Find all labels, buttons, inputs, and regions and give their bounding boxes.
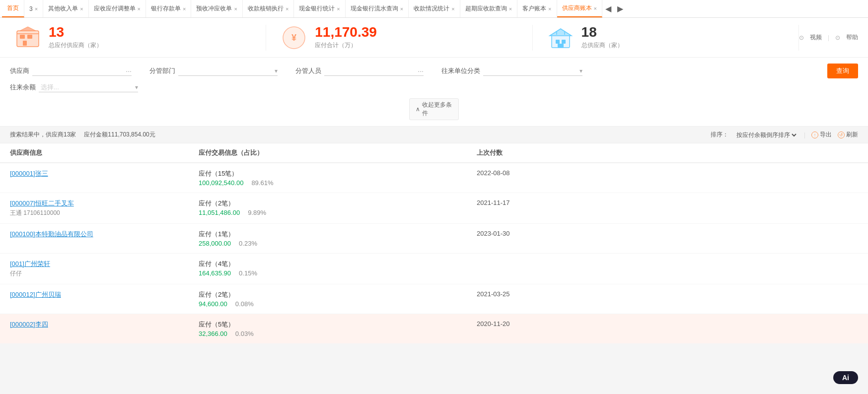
video-icon: ⊙ [799, 34, 804, 41]
svg-rect-2 [27, 35, 32, 39]
trans-amount-6[interactable]: 32,366.00 [199, 330, 227, 337]
refresh-button[interactable]: ↺ 刷新 [838, 131, 858, 139]
supplier-info-5: [000012]广州贝瑞 [10, 290, 199, 299]
results-bar: 搜索结果中，供应商13家 应付金额111,703,854.00元 排序： 按应付… [0, 127, 868, 143]
svg-marker-9 [550, 29, 572, 36]
svg-rect-12 [558, 44, 564, 48]
table-row: [000001]张三 应付（15笔） 100,092,540.00 89.61%… [0, 163, 868, 193]
close-icon[interactable]: × [400, 6, 403, 12]
close-icon[interactable]: × [138, 6, 141, 12]
nav-tab-home[interactable]: 首页 [2, 0, 24, 17]
filter-dept-input[interactable] [178, 66, 275, 75]
filter-balance-input[interactable] [39, 82, 135, 92]
filter-balance-label: 往来余额 [10, 83, 36, 92]
nav-3-label: 3 [29, 5, 33, 12]
chevron-down-icon[interactable]: ▾ [579, 67, 582, 74]
supplier-sub-4: 仔仔 [10, 269, 199, 278]
trans-percent-6: 0.03% [235, 330, 254, 337]
filter-category-input[interactable] [483, 66, 579, 75]
nav-tab-ap-adjust[interactable]: 应收应付调整单 × [89, 0, 146, 17]
nav-tab-cash-bank-stats[interactable]: 现金银行统计 × [294, 0, 345, 17]
filter-category-wrap: ▾ [483, 66, 582, 76]
nav-tab-cash-bank-flow[interactable]: 现金银行流水查询 × [346, 0, 409, 17]
filter-supplier-label: 供应商 [10, 66, 29, 75]
close-icon[interactable]: × [594, 5, 597, 11]
nav-home-label: 首页 [7, 4, 19, 12]
nav-tab-supplier[interactable]: 供应商账本 × [557, 0, 602, 17]
transaction-info-3: 应付（1笔） 258,000.00 0.23% [199, 230, 477, 247]
nav-tab-3[interactable]: 3 × [24, 0, 43, 17]
close-icon[interactable]: × [183, 6, 186, 12]
filter-group-person: 分管人员 ··· [295, 66, 424, 76]
trans-amount-4[interactable]: 164,635.90 [199, 269, 231, 277]
nav-prev-arrow[interactable]: ◀ [602, 4, 614, 13]
nav-tab-overdue[interactable]: 超期应收款查询 × [460, 0, 517, 17]
transaction-info-2: 应付（2笔） 11,051,486.00 9.89% [199, 199, 477, 216]
supplier-link-5[interactable]: [000012]广州贝瑞 [10, 291, 61, 298]
chevron-down-icon[interactable]: ▾ [135, 84, 138, 91]
supplier-link-3[interactable]: [000100]本特勤油品有限公司 [10, 230, 93, 238]
chevron-down-icon[interactable]: ▾ [275, 67, 278, 74]
stat-block-total-suppliers: 18 总供应商（家） [533, 25, 799, 51]
filter-supplier-wrap: ··· [32, 66, 132, 76]
nav-cash-bank-flow-label: 现金银行流水查询 [351, 4, 398, 13]
close-icon[interactable]: × [80, 6, 83, 12]
svg-rect-3 [23, 41, 27, 46]
nav-tab-collection-verify[interactable]: 收款核销执行 × [243, 0, 294, 17]
stat-label-ap-suppliers: 总应付供应商（家） [49, 41, 102, 50]
close-icon[interactable]: × [451, 6, 454, 12]
last-pay-5: 2021-03-25 [477, 290, 858, 298]
nav-tab-other-income[interactable]: 其他收入单 × [43, 0, 88, 17]
filter-supplier-dots[interactable]: ··· [126, 67, 132, 75]
svg-rect-10 [556, 40, 560, 44]
query-button[interactable]: 查询 [827, 64, 858, 78]
trans-amount-2[interactable]: 11,051,486.00 [199, 209, 240, 216]
supplier-link-1[interactable]: [000001]张三 [10, 170, 48, 177]
export-button[interactable]: ↑ 导出 [811, 131, 832, 139]
close-icon[interactable]: × [509, 6, 512, 12]
svg-rect-11 [562, 40, 566, 44]
refresh-icon: ↺ [838, 131, 845, 138]
nav-tab-advance[interactable]: 预收冲应收单 × [191, 0, 242, 17]
supplier-link-6[interactable]: [000002]李四 [10, 321, 48, 328]
collapse-button[interactable]: ∧ 收起更多条件 [409, 98, 459, 120]
stat-right-links: ⊙ 视频 | ⊙ 帮助 [799, 33, 868, 42]
supplier-info-6: [000002]李四 [10, 320, 199, 329]
close-icon[interactable]: × [286, 6, 289, 12]
close-icon[interactable]: × [548, 6, 551, 12]
filter-person-dots[interactable]: ··· [418, 67, 424, 75]
trans-amount-5[interactable]: 94,600.00 [199, 300, 227, 308]
nav-tab-customer[interactable]: 客户账本 × [517, 0, 557, 17]
trans-amount-3[interactable]: 258,000.00 [199, 240, 231, 247]
stat-label-ap-total: 应付合计（万） [315, 41, 377, 50]
supplier-link-2[interactable]: [000007]恒旺二手叉车 [10, 199, 74, 207]
filter-person-input[interactable] [324, 66, 418, 75]
nav-bar: 首页 3 × 其他收入单 × 应收应付调整单 × 银行存款单 × 预收冲应收单 … [0, 0, 868, 18]
trans-amount-1[interactable]: 100,092,540.00 [199, 179, 243, 187]
ap-total-icon: ¥ [281, 25, 307, 51]
last-pay-2: 2021-11-17 [477, 199, 858, 206]
col-header-supplier: 供应商信息 [10, 148, 199, 157]
col-header-lastpay: 上次付数 [477, 148, 858, 157]
filter-group-balance: 往来余额 ▾ [10, 82, 138, 92]
filter-group-category: 往来单位分类 ▾ [441, 66, 582, 76]
sort-select[interactable]: 按应付余额倒序排序 [734, 131, 798, 139]
close-icon[interactable]: × [234, 6, 237, 12]
video-link[interactable]: 视频 [810, 33, 822, 42]
filter-supplier-input[interactable] [32, 66, 126, 75]
help-link[interactable]: 帮助 [846, 33, 858, 42]
supplier-link-4[interactable]: [001]广州荣轩 [10, 260, 50, 267]
stat-label-total-suppliers: 总供应商（家） [581, 41, 623, 50]
close-icon[interactable]: × [35, 6, 38, 12]
nav-tab-collection-stats[interactable]: 收款情况统计 × [409, 0, 460, 17]
table-row: [000012]广州贝瑞 应付（2笔） 94,600.00 0.08% 2021… [0, 284, 868, 314]
nav-tab-bank-deposit[interactable]: 银行存款单 × [146, 0, 191, 17]
filter-group-dept: 分管部门 ▾ [149, 66, 278, 76]
nav-supplier-label: 供应商账本 [562, 4, 592, 12]
stat-number-total-suppliers: 18 [581, 25, 623, 39]
close-icon[interactable]: × [337, 6, 340, 12]
nav-advance-label: 预收冲应收单 [196, 4, 232, 13]
supplier-info-3: [000100]本特勤油品有限公司 [10, 230, 199, 239]
stat-number-ap-suppliers: 13 [49, 25, 102, 39]
nav-next-arrow[interactable]: ▶ [614, 4, 626, 13]
